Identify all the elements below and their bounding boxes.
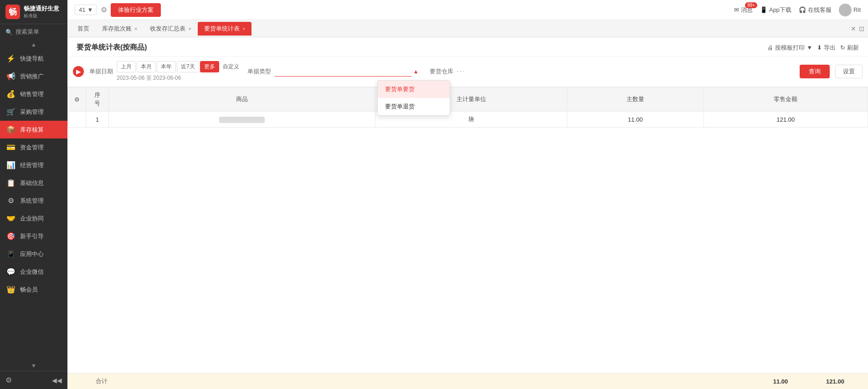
- current-year-btn[interactable]: 本年: [157, 61, 176, 72]
- last-7days-btn[interactable]: 近7天: [177, 61, 199, 72]
- finance-icon: 💳: [6, 143, 15, 152]
- sidebar-item-basic-info[interactable]: 📋 基础信息: [0, 174, 67, 192]
- query-btn[interactable]: 查询: [800, 65, 830, 78]
- store-dropdown-icon: ▼: [87, 6, 93, 13]
- sidebar-collapse-icon[interactable]: ◀◀: [52, 377, 62, 384]
- sidebar-settings-icon[interactable]: ⚙: [5, 376, 12, 384]
- sidebar-item-app-center[interactable]: 📱 应用中心: [0, 245, 67, 263]
- trial-btn[interactable]: 体验行业方案: [111, 3, 161, 17]
- marketing-icon: 📢: [6, 72, 15, 81]
- warehouse-dots[interactable]: ···: [457, 67, 466, 76]
- row-settings-cell: [68, 112, 86, 128]
- type-filter-label: 单据类型: [247, 67, 271, 76]
- app-title-group: 畅捷通好生意 标准版: [24, 5, 59, 19]
- sidebar-item-marketing[interactable]: 📢 营销推广: [0, 67, 67, 85]
- date-filter-group: 单据日期 上月 本月 本年 近7天 更多 自定义 2023-05-06 至 20…: [89, 61, 242, 82]
- export-btn[interactable]: ⬇ 导出: [817, 44, 836, 52]
- tab-receivable-summary-close[interactable]: ×: [188, 26, 191, 31]
- sidebar-item-label: 应用中心: [20, 250, 44, 258]
- sidebar-scroll-down[interactable]: ▼: [0, 361, 67, 371]
- sidebar: 畅 畅捷通好生意 标准版 🔍 搜索菜单 ▲ ⚡ 快捷导航 📢 营销推广 💰 销售…: [0, 0, 67, 389]
- prev-month-btn[interactable]: 上月: [117, 61, 136, 72]
- sidebar-item-quick-nav[interactable]: ⚡ 快捷导航: [0, 50, 67, 67]
- sidebar-item-label: 销售管理: [20, 90, 44, 98]
- sidebar-item-enterprise[interactable]: 🤝 企业协同: [0, 210, 67, 227]
- message-btn[interactable]: ✉ 消息 99+: [734, 6, 753, 14]
- sidebar-item-system[interactable]: ⚙ 系统管理: [0, 192, 67, 210]
- sidebar-header: 畅 畅捷通好生意 标准版: [0, 0, 67, 24]
- basic-info-icon: 📋: [6, 179, 15, 187]
- col-settings-header[interactable]: ⚙: [68, 87, 86, 112]
- date-buttons: 上月 本月 本年 近7天 更多 自定义: [117, 61, 242, 72]
- sidebar-item-guide[interactable]: 🎯 新手引导: [0, 227, 67, 245]
- store-selector[interactable]: 41 ▼: [75, 5, 97, 15]
- phone-icon: 📱: [760, 6, 767, 13]
- tab-home[interactable]: 首页: [71, 22, 96, 36]
- member-icon: 👑: [6, 285, 15, 294]
- tab-order-summary-close[interactable]: ×: [242, 26, 245, 31]
- dropdown-item-order-goods[interactable]: 要货单要货: [378, 81, 450, 98]
- tab-restore-icon[interactable]: ⊡: [859, 25, 864, 32]
- sidebar-item-finance[interactable]: 💳 资金管理: [0, 138, 67, 156]
- app-center-icon: 📱: [6, 250, 15, 258]
- tab-inventory-batch-close[interactable]: ×: [134, 26, 137, 31]
- sidebar-scroll-up[interactable]: ▲: [0, 40, 67, 50]
- purchase-icon: 🛒: [6, 107, 15, 116]
- warehouse-filter-group: 要货仓库 ···: [430, 67, 466, 76]
- sidebar-item-sales[interactable]: 💰 销售管理: [0, 85, 67, 103]
- date-range-text: 2023-05-06 至 2023-06-06: [117, 74, 242, 82]
- main-area: 41 ▼ ⚙ 体验行业方案 ✉ 消息 99+ 📱 App下载 🎧 在线客服 R: [67, 0, 868, 389]
- type-select-input[interactable]: [275, 67, 411, 77]
- custom-date-btn[interactable]: 自定义: [220, 61, 242, 72]
- print-template-label: 按模板打印: [775, 44, 805, 52]
- more-dates-btn[interactable]: 更多: [200, 61, 219, 72]
- sidebar-footer: ⚙ ◀◀: [0, 371, 67, 389]
- table-header-row: ⚙ 序号 商品 主计量单位 主数量 零售金额: [68, 87, 868, 112]
- inventory-icon: 📦: [6, 125, 15, 134]
- sidebar-item-label: 畅会员: [20, 286, 38, 294]
- sidebar-item-purchase[interactable]: 🛒 采购管理: [0, 103, 67, 121]
- topbar-settings-icon[interactable]: ⚙: [101, 5, 107, 14]
- export-icon: ⬇: [817, 44, 822, 51]
- footer-label: 合计: [73, 377, 108, 385]
- current-month-btn[interactable]: 本月: [137, 61, 156, 72]
- refresh-icon: ↻: [840, 44, 845, 51]
- tab-close-all-icon[interactable]: ✕: [851, 25, 856, 32]
- user-profile[interactable]: Rit: [839, 4, 861, 16]
- sidebar-item-label: 新手引导: [20, 232, 44, 241]
- tab-receivable-summary[interactable]: 收发存汇总表 ×: [144, 22, 197, 36]
- print-template-btn[interactable]: 🖨 按模板打印 ▼: [767, 44, 812, 52]
- tab-order-summary[interactable]: 要货单统计表 ×: [198, 22, 252, 36]
- guide-icon: 🎯: [6, 232, 15, 241]
- search-label: 搜索菜单: [15, 28, 39, 36]
- online-service-btn[interactable]: 🎧 在线客服: [799, 6, 832, 14]
- sidebar-item-operations[interactable]: 📊 经营管理: [0, 156, 67, 174]
- user-name: Rit: [853, 6, 861, 13]
- page-actions: 🖨 按模板打印 ▼ ⬇ 导出 ↻ 刷新: [767, 44, 859, 52]
- sidebar-item-wechat[interactable]: 💬 企业微信: [0, 263, 67, 281]
- sidebar-nav: ⚡ 快捷导航 📢 营销推广 💰 销售管理 🛒 采购管理 📦 库存核算 💳 资金管…: [0, 50, 67, 361]
- sidebar-search[interactable]: 🔍 搜索菜单: [0, 24, 67, 40]
- sidebar-item-member[interactable]: 👑 畅会员: [0, 281, 67, 298]
- page-title: 要货单统计表(按商品): [77, 43, 147, 52]
- sidebar-item-label: 企业协同: [20, 215, 44, 223]
- filter-toggle-btn[interactable]: ▶: [73, 66, 84, 77]
- tab-inventory-batch[interactable]: 库存批次账 ×: [96, 22, 144, 36]
- sidebar-item-label: 系统管理: [20, 197, 44, 205]
- footer-qty: 11.00: [753, 378, 808, 385]
- type-dropdown: 要货单要货 要货单退货: [377, 80, 450, 116]
- service-icon: 🎧: [799, 6, 806, 13]
- sidebar-item-inventory[interactable]: 📦 库存核算: [0, 121, 67, 138]
- dropdown-item-order-return[interactable]: 要货单退货: [378, 98, 450, 115]
- col-product-header: 商品: [109, 87, 375, 112]
- col-qty-header: 主数量: [567, 87, 704, 112]
- app-subtitle: 标准版: [24, 13, 59, 19]
- table-wrapper: ⚙ 序号 商品 主计量单位 主数量 零售金额 1: [67, 87, 868, 373]
- refresh-btn[interactable]: ↻ 刷新: [840, 44, 859, 52]
- app-download-btn[interactable]: 📱 App下载: [760, 6, 791, 14]
- filter-settings-btn[interactable]: 设置: [835, 65, 863, 78]
- sidebar-item-label: 营销推广: [20, 72, 44, 81]
- message-icon: ✉: [734, 6, 739, 13]
- type-select-arrow[interactable]: ▲: [413, 68, 419, 75]
- filter-bar: ▶ 单据日期 上月 本月 本年 近7天 更多 自定义 2023-05-06 至 …: [67, 56, 868, 87]
